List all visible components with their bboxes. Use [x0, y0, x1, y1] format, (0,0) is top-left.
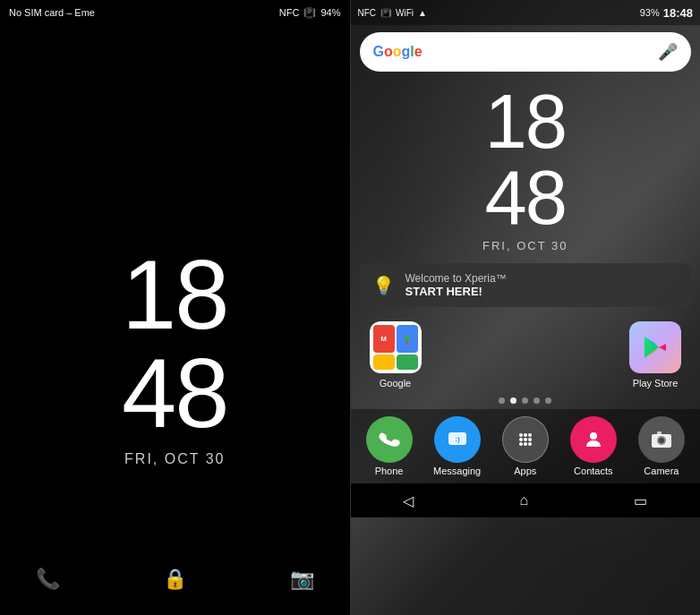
dock-contacts-icon — [570, 416, 617, 463]
lock-time-display: 18 48 FRI, OCT 30 — [122, 97, 227, 615]
play-store-item[interactable]: Play Store — [624, 321, 687, 389]
svg-point-9 — [519, 442, 523, 446]
play-store-icon-box — [629, 321, 681, 373]
google-folder-label: Google — [380, 378, 411, 389]
dock-camera-icon — [638, 416, 685, 463]
home-screen: NFC 📳 WiFi ▲ 93% 18:48 Google 🎤 18 48 FR… — [351, 0, 701, 615]
dock-contacts-label: Contacts — [574, 466, 612, 476]
play-store-label: Play Store — [633, 378, 679, 389]
welcome-notification[interactable]: 💡 Welcome to Xperia™ START HERE! — [360, 263, 692, 307]
lock-battery-icon: 94% — [320, 7, 340, 18]
lock-unlock-icon[interactable]: 🔒 — [163, 568, 187, 591]
svg-point-10 — [524, 442, 527, 446]
lock-carrier-text: No SIM card – Eme — [9, 7, 279, 18]
svg-rect-16 — [657, 431, 662, 435]
dock-contacts-item[interactable]: Contacts — [564, 416, 622, 476]
lock-minute: 48 — [122, 344, 227, 442]
notification-bulb-icon: 💡 — [372, 275, 395, 296]
home-status-left-icons: NFC 📳 WiFi ▲ — [358, 8, 640, 18]
dock-phone-label: Phone — [375, 466, 404, 476]
lock-status-icons: NFC 📳 94% — [279, 7, 341, 19]
svg-point-15 — [659, 438, 664, 443]
lock-hour: 18 — [122, 245, 227, 344]
home-status-time: 18:48 — [663, 6, 693, 20]
google-search-bar[interactable]: Google 🎤 — [360, 32, 692, 72]
navigation-bar: ◁ ⌂ ▭ — [351, 483, 701, 517]
placeholder-mini-2 — [397, 354, 418, 370]
svg-point-5 — [528, 433, 532, 437]
nav-recents-button[interactable]: ▭ — [634, 492, 647, 509]
home-minute: 48 — [484, 159, 566, 235]
page-dot-3 — [522, 397, 528, 404]
google-folder-grid: M — [370, 321, 422, 373]
page-dots — [351, 397, 701, 404]
svg-point-11 — [528, 442, 532, 446]
google-folder-item[interactable]: M Google — [364, 321, 427, 389]
dock-apps-label: Apps — [514, 466, 536, 476]
dock-apps-icon — [502, 416, 549, 463]
dock-messaging-label: Messaging — [433, 466, 481, 476]
lock-status-bar: No SIM card – Eme NFC 📳 94% — [0, 0, 350, 25]
home-wifi-icon: WiFi — [396, 8, 414, 18]
lock-vibrate-icon: 📳 — [303, 7, 316, 19]
dock-apps-item[interactable]: Apps — [496, 416, 554, 476]
lock-bottom-bar: 📞 🔒 📷 — [0, 552, 350, 606]
play-store-icon — [629, 321, 681, 373]
google-folder-icon: M — [370, 321, 422, 373]
lock-phone-shortcut-icon[interactable]: 📞 — [36, 568, 60, 591]
svg-text::): :) — [455, 435, 460, 443]
svg-point-4 — [524, 433, 527, 437]
placeholder-mini-1 — [373, 354, 395, 370]
lock-camera-shortcut-icon[interactable]: 📷 — [290, 568, 314, 591]
home-content: NFC 📳 WiFi ▲ 93% 18:48 Google 🎤 18 48 FR… — [351, 0, 701, 615]
lock-date: FRI, OCT 30 — [124, 451, 225, 467]
page-dot-2 — [510, 397, 516, 404]
google-mic-icon[interactable]: 🎤 — [658, 42, 678, 62]
nav-home-button[interactable]: ⌂ — [519, 492, 528, 508]
page-dot-1 — [499, 397, 505, 404]
google-logo: Google — [373, 44, 423, 60]
lock-nfc-icon: NFC — [279, 7, 300, 18]
dock-messaging-item[interactable]: :) Messaging — [428, 416, 486, 476]
home-time-display: 18 48 FRI, OCT 30 — [351, 83, 701, 252]
dock-camera-item[interactable]: Camera — [632, 416, 690, 476]
notification-title: Welcome to Xperia™ — [405, 272, 507, 285]
svg-point-12 — [590, 432, 597, 440]
dock-camera-label: Camera — [644, 466, 679, 476]
svg-point-3 — [519, 433, 523, 437]
app-dock: Phone :) Messaging — [351, 409, 701, 483]
svg-point-7 — [524, 438, 527, 441]
dock-messaging-icon: :) — [434, 416, 481, 463]
home-signal-icon: ▲ — [418, 8, 427, 18]
svg-point-6 — [519, 438, 523, 441]
home-hour: 18 — [484, 83, 566, 159]
svg-point-8 — [528, 438, 532, 441]
home-status-right: 93% 18:48 — [640, 6, 693, 20]
home-date: FRI, OCT 30 — [482, 239, 568, 252]
home-vibrate-icon: 📳 — [380, 8, 391, 18]
dock-phone-item[interactable]: Phone — [360, 416, 418, 476]
app-icons-row: M Google — [351, 321, 701, 389]
page-dot-4 — [534, 397, 540, 404]
google-search-input[interactable] — [430, 32, 658, 72]
notification-text: Welcome to Xperia™ START HERE! — [405, 272, 507, 298]
gmail-mini-icon: M — [373, 325, 395, 353]
svg-point-0 — [405, 336, 410, 341]
notification-action: START HERE! — [405, 285, 507, 298]
lock-screen: No SIM card – Eme NFC 📳 94% 18 48 FRI, O… — [0, 0, 350, 615]
dock-phone-icon — [366, 416, 413, 463]
home-battery-percent: 93% — [640, 7, 660, 18]
page-dot-5 — [545, 397, 551, 404]
maps-mini-icon — [397, 325, 418, 353]
nav-back-button[interactable]: ◁ — [403, 492, 414, 509]
home-status-bar: NFC 📳 WiFi ▲ 93% 18:48 — [351, 0, 701, 25]
home-nfc-icon: NFC — [358, 8, 377, 18]
